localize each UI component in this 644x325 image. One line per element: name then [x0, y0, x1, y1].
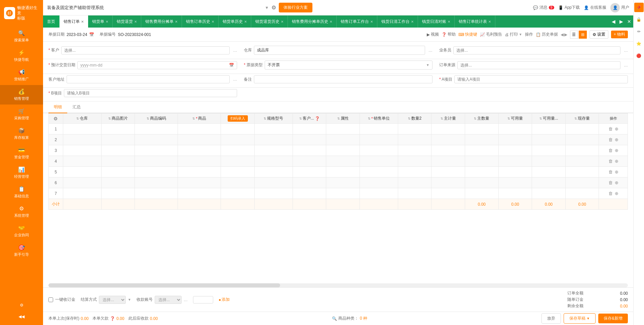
- table-cell[interactable]: [359, 124, 398, 134]
- shortcut-button[interactable]: ⌨ 快捷键: [458, 32, 477, 37]
- tab-close-icon[interactable]: ✕: [212, 20, 214, 24]
- solution-button[interactable]: 体验行业方案: [279, 3, 312, 12]
- tab-close-icon[interactable]: ✕: [488, 20, 491, 24]
- tab-return-history[interactable]: 销货退货历史 ✕: [251, 15, 288, 28]
- table-cell[interactable]: [178, 156, 221, 167]
- table-cell[interactable]: [431, 167, 465, 177]
- app-download-button[interactable]: 📱 App下载: [558, 5, 580, 10]
- warehouse-more-icon[interactable]: …: [428, 48, 432, 53]
- copy-icon[interactable]: ⊕: [615, 126, 618, 131]
- address-input[interactable]: [67, 75, 230, 83]
- table-cell[interactable]: [101, 124, 135, 134]
- tab-invoice-history[interactable]: 销货单历史 ✕: [219, 15, 251, 28]
- table-cell[interactable]: [254, 134, 293, 145]
- sidebar-item-inventory[interactable]: 📦 库存核算: [0, 124, 43, 144]
- copy-icon[interactable]: ⊕: [615, 180, 618, 185]
- table-cell[interactable]: [359, 145, 398, 156]
- table-cell[interactable]: [221, 177, 255, 188]
- table-cell[interactable]: [498, 134, 532, 145]
- table-cell[interactable]: [326, 156, 360, 167]
- table-cell[interactable]: [178, 177, 221, 188]
- table-cell[interactable]: [254, 167, 293, 177]
- table-cell[interactable]: [326, 145, 360, 156]
- table-cell[interactable]: [431, 156, 465, 167]
- table-cell[interactable]: [565, 124, 599, 134]
- table-cell[interactable]: [431, 188, 465, 199]
- table-cell[interactable]: [178, 167, 221, 177]
- grid-layout-button[interactable]: ⊞: [579, 31, 587, 39]
- help-button[interactable]: ❓ 帮助: [442, 32, 456, 37]
- sidebar-item-finance[interactable]: 💳 资金管理: [0, 144, 43, 163]
- table-cell[interactable]: [326, 124, 360, 134]
- table-cell[interactable]: [178, 124, 221, 134]
- save-new-button[interactable]: 保存&新增: [598, 314, 628, 323]
- table-cell[interactable]: [565, 156, 599, 167]
- table-cell[interactable]: [532, 156, 566, 167]
- delete-icon[interactable]: 🗑: [608, 169, 613, 174]
- copy-icon[interactable]: ⊕: [615, 159, 618, 164]
- table-cell[interactable]: [293, 167, 326, 177]
- table-cell[interactable]: [532, 188, 566, 199]
- table-cell[interactable]: [431, 145, 465, 156]
- table-cell[interactable]: [565, 188, 599, 199]
- table-cell[interactable]: [431, 124, 465, 134]
- one-click-checkbox[interactable]: [48, 297, 53, 302]
- delete-icon[interactable]: 🗑: [608, 126, 613, 131]
- table-cell[interactable]: [326, 167, 360, 177]
- copy-icon[interactable]: ⊕: [615, 148, 618, 153]
- table-cell[interactable]: [498, 124, 532, 134]
- prev-record-icon[interactable]: ◀: [561, 32, 564, 37]
- table-cell[interactable]: [431, 177, 465, 188]
- b-project-input[interactable]: [64, 89, 237, 97]
- operations-button[interactable]: 操作: [525, 32, 533, 37]
- tab-detail[interactable]: 明细: [48, 101, 67, 113]
- table-cell[interactable]: [135, 156, 178, 167]
- table-cell[interactable]: [101, 145, 135, 156]
- customer-more-icon[interactable]: …: [233, 48, 237, 53]
- right-panel-icon-5[interactable]: 🔴: [634, 51, 644, 60]
- sidebar-item-guide[interactable]: 🎯 新手引导: [0, 241, 43, 260]
- sidebar-item-search[interactable]: 🔍 搜索菜单: [0, 27, 43, 46]
- settings-icon[interactable]: ⚙: [53, 116, 58, 121]
- copy-icon[interactable]: ⊕: [615, 137, 618, 142]
- table-cell[interactable]: [465, 134, 499, 145]
- sidebar-item-purchase[interactable]: 🛒 采购管理: [0, 105, 43, 124]
- nav-next-icon[interactable]: ▶: [617, 19, 625, 24]
- setting-button[interactable]: ⚙ 设置: [590, 30, 608, 39]
- tab-close-icon[interactable]: ✕: [175, 20, 178, 24]
- copy-icon[interactable]: ⊕: [615, 191, 618, 196]
- collection-more-icon[interactable]: …: [184, 297, 188, 302]
- sidebar-collapse-btn[interactable]: ◀◀: [0, 311, 43, 322]
- table-cell[interactable]: [254, 145, 293, 156]
- table-cell[interactable]: [135, 145, 178, 156]
- add-payment-button[interactable]: ● 添加: [219, 297, 230, 302]
- list-layout-button[interactable]: ☰: [570, 31, 578, 39]
- table-cell[interactable]: [359, 134, 398, 145]
- tab-close-icon[interactable]: ✕: [106, 20, 108, 24]
- table-cell[interactable]: [293, 177, 326, 188]
- settings-gear-icon[interactable]: ⚙: [271, 4, 276, 11]
- history-button[interactable]: 📋 历史单据: [536, 32, 558, 37]
- table-cell[interactable]: [532, 167, 566, 177]
- table-cell[interactable]: [101, 156, 135, 167]
- collection-account-select[interactable]: 选择...: [155, 296, 182, 304]
- right-panel-icon-1[interactable]: 📌: [634, 3, 644, 12]
- a-project-input[interactable]: [454, 75, 628, 83]
- table-cell[interactable]: [63, 124, 101, 134]
- table-cell[interactable]: [254, 124, 293, 134]
- delete-icon[interactable]: 🗑: [608, 148, 613, 153]
- remarks-input[interactable]: [254, 75, 432, 83]
- table-cell[interactable]: [221, 188, 255, 199]
- table-cell[interactable]: [221, 145, 255, 156]
- user-menu[interactable]: 👤 用户: [610, 3, 629, 12]
- table-cell[interactable]: [254, 156, 293, 167]
- save-draft-button[interactable]: 保存草稿 ▼: [564, 313, 596, 324]
- th-settings[interactable]: ⚙: [49, 114, 63, 124]
- table-cell[interactable]: [135, 134, 178, 145]
- table-cell[interactable]: [359, 188, 398, 199]
- sidebar-item-quicknav[interactable]: ⚡ 快捷导航: [0, 46, 43, 66]
- table-cell[interactable]: [359, 167, 398, 177]
- table-cell[interactable]: [221, 134, 255, 145]
- table-cell[interactable]: [254, 188, 293, 199]
- horizontal-scrollbar[interactable]: [48, 283, 628, 287]
